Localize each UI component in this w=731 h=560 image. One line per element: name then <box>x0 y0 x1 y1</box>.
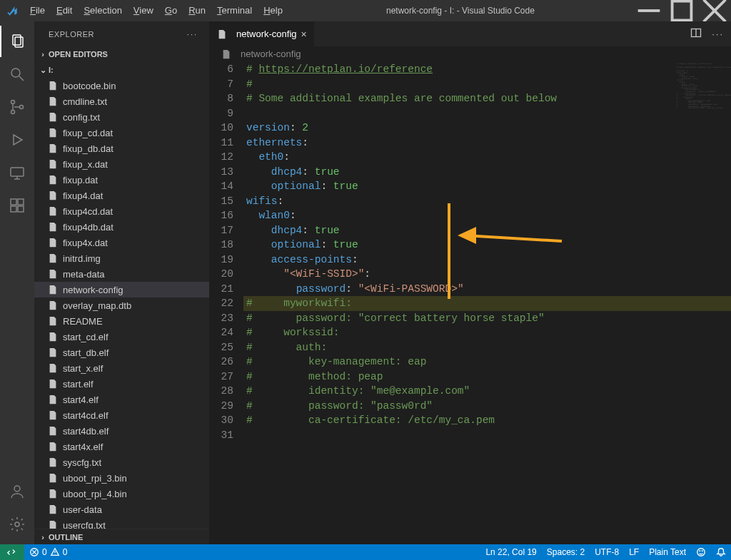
editor-body[interactable]: 6 7 8 9 10 11 12 13 14 15 16 17 18 19 20… <box>209 62 731 544</box>
menu-go[interactable]: Go <box>159 0 183 21</box>
activity-accounts-icon[interactable] <box>0 476 34 507</box>
code-line[interactable]: # password: "correct battery horse stapl… <box>246 311 731 326</box>
status-encoding[interactable]: UTF-8 <box>590 544 624 560</box>
file-item[interactable]: fixup4x.dat <box>34 235 209 250</box>
split-editor-icon[interactable] <box>690 27 702 41</box>
code-line[interactable]: # myworkwifi: <box>243 296 731 311</box>
activity-search-icon[interactable] <box>0 58 34 90</box>
file-item[interactable]: syscfg.txt <box>34 454 209 470</box>
file-item[interactable]: README <box>34 313 209 329</box>
code-line[interactable]: # Some additional examples are commented… <box>246 91 731 106</box>
code-line[interactable]: wifis: <box>246 194 731 209</box>
code-line[interactable]: dhcp4: true <box>246 165 731 180</box>
code-line[interactable]: access-points: <box>246 253 731 268</box>
file-label: start4x.elf <box>63 442 103 452</box>
file-item[interactable]: start4x.elf <box>34 439 209 454</box>
menu-terminal[interactable]: Terminal <box>211 0 258 21</box>
code-line[interactable]: # auth: <box>246 340 731 355</box>
status-eol[interactable]: LF <box>624 544 644 560</box>
explorer-more-icon[interactable]: ··· <box>187 30 198 39</box>
status-problems[interactable]: 0 0 <box>24 544 72 560</box>
file-item[interactable]: start.elf <box>34 376 209 392</box>
code-line[interactable]: # method: peap <box>246 370 731 385</box>
menu-edit[interactable]: Edit <box>51 0 78 21</box>
file-icon <box>47 111 59 123</box>
code-line[interactable]: version: 2 <box>246 121 731 136</box>
file-item[interactable]: fixup4cd.dat <box>34 203 209 219</box>
minimize-button[interactable] <box>632 0 665 21</box>
code-content[interactable]: # https://netplan.io/reference## Some ad… <box>246 62 731 544</box>
activity-remote-icon[interactable] <box>0 157 34 188</box>
file-icon <box>47 205 59 217</box>
file-item[interactable]: start4db.elf <box>34 423 209 439</box>
file-item[interactable]: fixup_cd.dat <box>34 125 209 141</box>
open-editors-section[interactable]: › OPEN EDITORS <box>34 46 209 62</box>
code-line[interactable]: # key-management: eap <box>246 355 731 370</box>
code-line[interactable]: "<WiFi-SSID>": <box>246 267 731 282</box>
activity-source-control-icon[interactable] <box>0 91 34 123</box>
code-line[interactable]: # workssid: <box>246 325 731 340</box>
activity-extensions-icon[interactable] <box>0 190 34 221</box>
status-language[interactable]: Plain Text <box>644 544 691 560</box>
file-item[interactable]: start4cd.elf <box>34 407 209 423</box>
file-item[interactable]: user-data <box>34 502 209 517</box>
code-line[interactable]: eth0: <box>246 150 731 165</box>
status-notifications-icon[interactable] <box>711 544 731 560</box>
menu-help[interactable]: Help <box>258 0 288 21</box>
file-item[interactable]: uboot_rpi_4.bin <box>34 486 209 502</box>
code-line[interactable]: ethernets: <box>246 136 731 151</box>
code-line[interactable]: # password: "passw0rd" <box>246 399 731 414</box>
file-item[interactable]: cmdline.txt <box>34 93 209 109</box>
file-item[interactable]: start_x.elf <box>34 360 209 376</box>
file-item[interactable]: start4.elf <box>34 392 209 407</box>
code-line[interactable]: optional: true <box>246 238 731 253</box>
menu-run[interactable]: Run <box>183 0 211 21</box>
file-item[interactable]: fixup4db.dat <box>34 219 209 235</box>
file-item[interactable]: overlay_map.dtb <box>34 297 209 313</box>
file-item[interactable]: config.txt <box>34 109 209 125</box>
minimap[interactable]: # https://netplan.io/reference # # Some … <box>675 62 731 112</box>
outline-section[interactable]: › OUTLINE <box>34 529 209 544</box>
code-line[interactable]: optional: true <box>246 179 731 194</box>
file-item[interactable]: initrd.img <box>34 250 209 266</box>
file-item[interactable]: fixup_x.dat <box>34 156 209 172</box>
status-indent[interactable]: Spaces: 2 <box>542 544 590 560</box>
tab-close-icon[interactable]: × <box>301 29 307 40</box>
status-remote-button[interactable] <box>0 544 24 560</box>
status-feedback-icon[interactable] <box>691 544 711 560</box>
file-item[interactable]: fixup.dat <box>34 172 209 188</box>
code-line[interactable]: # <box>246 77 731 92</box>
file-item[interactable]: start_cd.elf <box>34 329 209 345</box>
file-item[interactable]: fixup4.dat <box>34 188 209 203</box>
folder-root-section[interactable]: ⌄ I: <box>34 62 209 78</box>
activity-debug-icon[interactable] <box>0 124 34 156</box>
code-line[interactable]: # ca-certificate: /etc/my_ca.pem <box>246 413 731 428</box>
file-item[interactable]: fixup_db.dat <box>34 141 209 156</box>
editor-more-icon[interactable]: ··· <box>712 29 724 39</box>
file-item[interactable]: bootcode.bin <box>34 78 209 93</box>
code-line[interactable] <box>246 428 731 443</box>
breadcrumb[interactable]: network-config <box>209 46 731 62</box>
code-line[interactable]: # identity: "me@example.com" <box>246 384 731 399</box>
menu-selection[interactable]: Selection <box>78 0 127 21</box>
file-item[interactable]: uboot_rpi_3.bin <box>34 470 209 486</box>
close-button[interactable] <box>698 0 731 21</box>
menu-file[interactable]: File <box>24 0 51 21</box>
code-line[interactable]: # https://netplan.io/reference <box>246 62 731 77</box>
maximize-button[interactable] <box>665 0 698 21</box>
file-item[interactable]: network-config <box>34 282 209 297</box>
file-label: uboot_rpi_3.bin <box>63 473 127 484</box>
code-line[interactable]: wlan0: <box>246 208 731 223</box>
code-line[interactable]: password: "<WiFi-PASSWORD>" <box>246 282 731 297</box>
status-cursor-pos[interactable]: Ln 22, Col 19 <box>480 544 541 560</box>
file-icon <box>47 253 59 264</box>
editor-tab-network-config[interactable]: network-config × <box>209 21 315 46</box>
menu-view[interactable]: View <box>128 0 159 21</box>
code-line[interactable] <box>246 106 731 121</box>
file-item[interactable]: start_db.elf <box>34 345 209 360</box>
activity-settings-icon[interactable] <box>0 509 34 540</box>
file-item[interactable]: usercfg.txt <box>34 517 209 529</box>
activity-explorer-icon[interactable] <box>0 26 34 57</box>
code-line[interactable]: dhcp4: true <box>246 223 731 238</box>
file-item[interactable]: meta-data <box>34 266 209 282</box>
